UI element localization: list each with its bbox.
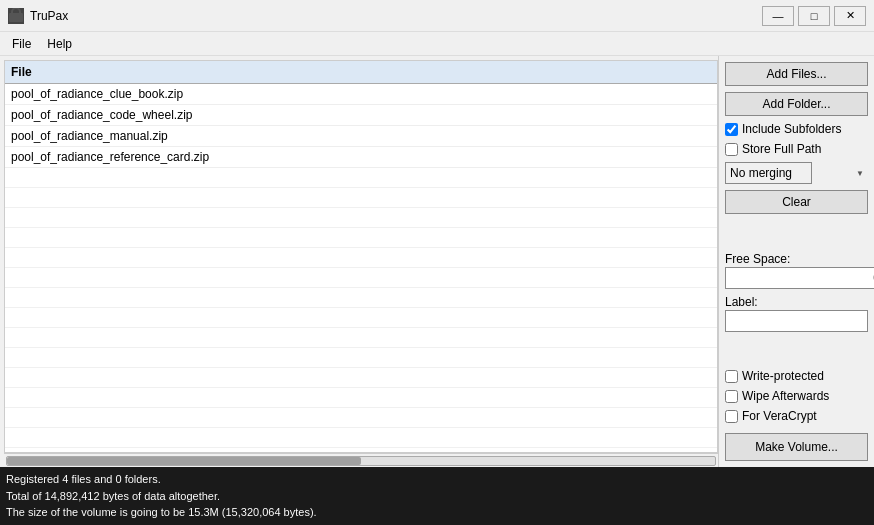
- empty-row: [5, 408, 717, 428]
- add-folder-button[interactable]: Add Folder...: [725, 92, 868, 116]
- menu-help[interactable]: Help: [39, 35, 80, 53]
- status-line-3: The size of the volume is going to be 15…: [6, 504, 868, 521]
- store-full-path-checkbox[interactable]: [725, 143, 738, 156]
- scrollbar-track[interactable]: [6, 456, 716, 466]
- free-space-label: Free Space:: [725, 252, 868, 266]
- add-files-button[interactable]: Add Files...: [725, 62, 868, 86]
- file-column-header: File: [5, 61, 717, 84]
- file-list-panel: File pool_of_radiance_clue_book.zip pool…: [0, 56, 719, 467]
- for-veracrypt-label: For VeraCrypt: [742, 409, 817, 423]
- make-volume-button[interactable]: Make Volume...: [725, 433, 868, 461]
- status-line-2: Total of 14,892,412 bytes of data altoge…: [6, 488, 868, 505]
- list-item[interactable]: pool_of_radiance_clue_book.zip: [5, 84, 717, 105]
- label-input[interactable]: [725, 310, 868, 332]
- empty-row: [5, 428, 717, 448]
- merging-dropdown[interactable]: No merging Merge all Merge by type: [725, 162, 812, 184]
- empty-row: [5, 308, 717, 328]
- scrollbar-thumb[interactable]: [7, 457, 361, 465]
- list-item[interactable]: pool_of_radiance_manual.zip: [5, 126, 717, 147]
- label-label: Label:: [725, 295, 868, 309]
- empty-row: [5, 268, 717, 288]
- list-item[interactable]: pool_of_radiance_reference_card.zip: [5, 147, 717, 168]
- file-table: File pool_of_radiance_clue_book.zip pool…: [4, 60, 718, 453]
- empty-row: [5, 208, 717, 228]
- title-bar: TruPax — □ ✕: [0, 0, 874, 32]
- wipe-afterwards-label: Wipe Afterwards: [742, 389, 829, 403]
- empty-row: [5, 248, 717, 268]
- empty-row: [5, 228, 717, 248]
- status-bar: Registered 4 files and 0 folders. Total …: [0, 467, 874, 525]
- write-protected-row: Write-protected: [725, 369, 868, 383]
- write-protected-label: Write-protected: [742, 369, 824, 383]
- status-line-1: Registered 4 files and 0 folders.: [6, 471, 868, 488]
- empty-row: [5, 448, 717, 452]
- app-icon: [8, 8, 24, 24]
- maximize-button[interactable]: □: [798, 6, 830, 26]
- store-full-path-row: Store Full Path: [725, 142, 868, 156]
- list-item[interactable]: pool_of_radiance_code_wheel.zip: [5, 105, 717, 126]
- menu-bar: File Help: [0, 32, 874, 56]
- store-full-path-label: Store Full Path: [742, 142, 821, 156]
- include-subfolders-label: Include Subfolders: [742, 122, 841, 136]
- merging-dropdown-wrapper[interactable]: No merging Merge all Merge by type: [725, 162, 868, 184]
- app-title: TruPax: [30, 9, 762, 23]
- main-area: File pool_of_radiance_clue_book.zip pool…: [0, 56, 874, 467]
- empty-row: [5, 328, 717, 348]
- horizontal-scrollbar[interactable]: [4, 453, 718, 467]
- minimize-button[interactable]: —: [762, 6, 794, 26]
- empty-row: [5, 388, 717, 408]
- close-button[interactable]: ✕: [834, 6, 866, 26]
- spacer2: [725, 338, 868, 364]
- free-space-input[interactable]: [725, 267, 874, 289]
- include-subfolders-checkbox[interactable]: [725, 123, 738, 136]
- svg-rect-0: [9, 13, 23, 22]
- include-subfolders-row: Include Subfolders: [725, 122, 868, 136]
- menu-file[interactable]: File: [4, 35, 39, 53]
- empty-row: [5, 168, 717, 188]
- free-space-row: [725, 267, 868, 289]
- window-controls: — □ ✕: [762, 6, 866, 26]
- write-protected-checkbox[interactable]: [725, 370, 738, 383]
- empty-row: [5, 368, 717, 388]
- empty-row: [5, 348, 717, 368]
- file-table-body[interactable]: pool_of_radiance_clue_book.zip pool_of_r…: [5, 84, 717, 452]
- right-panel: Add Files... Add Folder... Include Subfo…: [719, 56, 874, 467]
- wipe-afterwards-checkbox[interactable]: [725, 390, 738, 403]
- for-veracrypt-row: For VeraCrypt: [725, 409, 868, 423]
- clear-button[interactable]: Clear: [725, 190, 868, 214]
- wipe-afterwards-row: Wipe Afterwards: [725, 389, 868, 403]
- empty-row: [5, 188, 717, 208]
- for-veracrypt-checkbox[interactable]: [725, 410, 738, 423]
- spacer: [725, 220, 868, 246]
- label-section: Label:: [725, 295, 868, 332]
- free-space-section: Free Space:: [725, 252, 868, 289]
- empty-row: [5, 288, 717, 308]
